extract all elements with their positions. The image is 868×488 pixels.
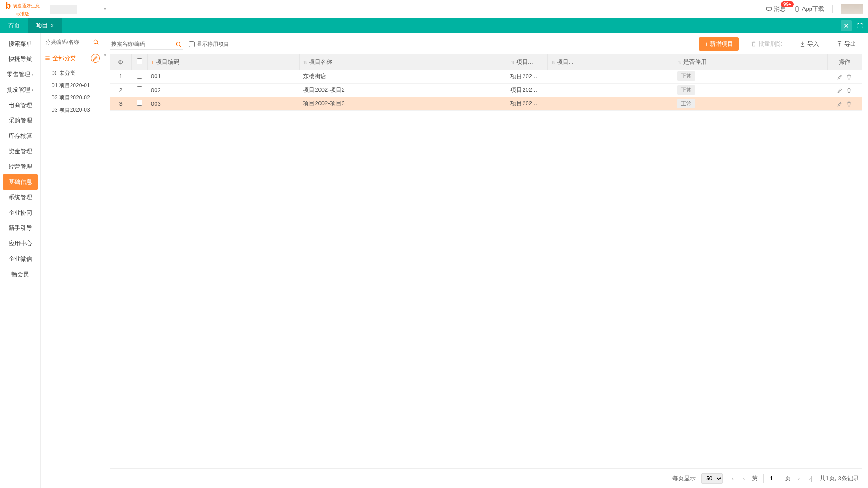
sidebar-item-1[interactable]: 快捷导航 <box>0 52 40 67</box>
collapse-panel-icon[interactable]: « <box>104 52 106 57</box>
export-button[interactable]: 导出 <box>831 37 862 51</box>
table-row[interactable]: 3003项目2002-项目3项目202...正常 <box>110 97 862 110</box>
edit-row-button[interactable] <box>837 87 843 93</box>
col-name[interactable]: 项目名称 <box>299 54 507 70</box>
sidebar-item-6[interactable]: 库存核算 <box>0 128 40 144</box>
column-settings[interactable]: ⚙ <box>110 54 131 70</box>
cell-c4 <box>547 70 674 83</box>
batch-delete-button[interactable]: 批量删除 <box>745 37 788 51</box>
fullscreen-button[interactable] <box>854 20 865 31</box>
delete-row-button[interactable] <box>846 100 852 107</box>
edit-icon <box>837 101 843 107</box>
category-item-1[interactable]: 01 项目2020-01 <box>50 80 104 92</box>
edit-icon <box>837 74 843 80</box>
cell-status: 正常 <box>674 83 827 97</box>
show-disabled-input[interactable] <box>189 41 195 47</box>
row-index: 1 <box>110 70 131 83</box>
edit-row-button[interactable] <box>837 100 843 107</box>
table-area: 显示停用项目 + 新增项目 批量删除 导入 <box>104 33 868 488</box>
sidebar-item-7[interactable]: 资金管理 <box>0 144 40 159</box>
select-all-header[interactable] <box>131 54 147 70</box>
topbar: b 畅捷通好生意 标准版 ▾ 消息 99+ App下载 <box>0 0 868 18</box>
table-row[interactable]: 1001东楼街店项目202...正常 <box>110 70 862 83</box>
sidebar-item-13[interactable]: 应用中心 <box>0 236 40 251</box>
sidebar-item-14[interactable]: 企业微信 <box>0 251 40 267</box>
tab-0[interactable]: 首页 <box>0 18 28 33</box>
add-item-label: 新增项目 <box>710 40 733 48</box>
app-download-button[interactable]: App下载 <box>794 5 824 13</box>
edit-icon <box>92 55 99 61</box>
sidebar-item-label: 采购管理 <box>9 117 32 125</box>
sidebar-item-3[interactable]: 批发管理▸ <box>0 82 40 98</box>
sidebar-item-5[interactable]: 采购管理 <box>0 113 40 128</box>
delete-row-button[interactable] <box>846 73 852 80</box>
select-all-checkbox[interactable] <box>137 58 142 64</box>
edit-row-button[interactable] <box>837 73 843 80</box>
close-tab-button[interactable] <box>841 20 852 31</box>
per-page-select[interactable]: 50 <box>701 473 723 484</box>
sidebar-item-15[interactable]: 畅会员 <box>0 267 40 282</box>
sidebar-item-2[interactable]: 零售管理▸ <box>0 67 40 82</box>
org-selector[interactable]: ▾ <box>50 5 106 14</box>
sidebar-item-label: 企业协同 <box>9 209 32 217</box>
delete-row-button[interactable] <box>846 87 852 93</box>
pagination: 每页显示 50 |‹ ‹ 第 页 › ›| 共1页, 3条记录 <box>110 468 862 488</box>
category-all[interactable]: 全部分类 <box>41 51 104 66</box>
tab-label: 项目 <box>36 22 48 30</box>
sidebar-item-10[interactable]: 系统管理 <box>0 190 40 205</box>
divider <box>832 5 833 13</box>
cell-code: 003 <box>147 97 299 110</box>
col-code[interactable]: 项目编码 <box>147 54 299 70</box>
page-last-button[interactable]: ›| <box>807 474 815 483</box>
page-first-button[interactable]: |‹ <box>728 474 736 483</box>
col-ops: 操作 <box>827 54 862 70</box>
search-icon[interactable] <box>175 41 182 48</box>
sidebar-item-label: 资金管理 <box>9 147 32 155</box>
sidebar-item-4[interactable]: 电商管理 <box>0 98 40 113</box>
sidebar-item-12[interactable]: 新手引导 <box>0 221 40 236</box>
status-badge: 正常 <box>677 99 695 108</box>
page-input[interactable] <box>763 474 779 483</box>
category-item-0[interactable]: 00 未分类 <box>50 67 104 80</box>
sidebar-item-label: 系统管理 <box>9 193 32 202</box>
sidebar-item-label: 经营管理 <box>9 163 32 171</box>
tab-1[interactable]: 项目× <box>28 18 62 33</box>
sidebar-item-8[interactable]: 经营管理 <box>0 159 40 174</box>
export-icon <box>836 41 843 47</box>
row-checkbox[interactable] <box>137 86 142 92</box>
sidebar-item-9[interactable]: 基础信息 <box>3 174 38 190</box>
batch-delete-label: 批量删除 <box>759 40 782 48</box>
import-button[interactable]: 导入 <box>794 37 825 51</box>
page-prev-button[interactable]: ‹ <box>741 474 746 483</box>
table-row[interactable]: 2002项目2002-项目2项目202...正常 <box>110 83 862 97</box>
row-checkbox[interactable] <box>137 100 142 106</box>
category-search-input[interactable] <box>44 37 100 47</box>
table-search-input[interactable] <box>110 38 183 50</box>
col-3[interactable]: 项目... <box>507 54 547 70</box>
trash-icon <box>750 41 757 47</box>
col-4[interactable]: 项目... <box>547 54 674 70</box>
caret-icon: ▸ <box>32 88 34 92</box>
tab-label: 首页 <box>8 22 20 30</box>
user-avatar[interactable] <box>841 4 863 14</box>
category-item-2[interactable]: 02 项目2020-02 <box>50 92 104 104</box>
show-disabled-checkbox[interactable]: 显示停用项目 <box>189 40 229 48</box>
add-item-button[interactable]: + 新增项目 <box>699 37 739 51</box>
col-disabled[interactable]: 是否停用 <box>674 54 827 70</box>
sidebar-item-11[interactable]: 企业协同 <box>0 205 40 221</box>
category-edit-button[interactable] <box>91 54 100 63</box>
cell-c3: 项目202... <box>507 83 547 97</box>
category-item-3[interactable]: 03 项目2020-03 <box>50 104 104 116</box>
sidebar-item-0[interactable]: 搜索菜单 <box>0 36 40 52</box>
page-next-button[interactable]: › <box>796 474 802 483</box>
cell-c4 <box>547 83 674 97</box>
chevron-down-icon: ▾ <box>104 6 106 11</box>
cell-status: 正常 <box>674 97 827 110</box>
messages-button[interactable]: 消息 99+ <box>766 5 786 13</box>
cell-name: 项目2002-项目3 <box>299 97 507 110</box>
tabbar: 首页项目× <box>0 18 868 33</box>
sidebar-item-label: 企业微信 <box>9 255 32 263</box>
search-icon[interactable] <box>93 38 99 45</box>
row-checkbox[interactable] <box>137 73 142 79</box>
close-icon[interactable]: × <box>51 23 54 29</box>
